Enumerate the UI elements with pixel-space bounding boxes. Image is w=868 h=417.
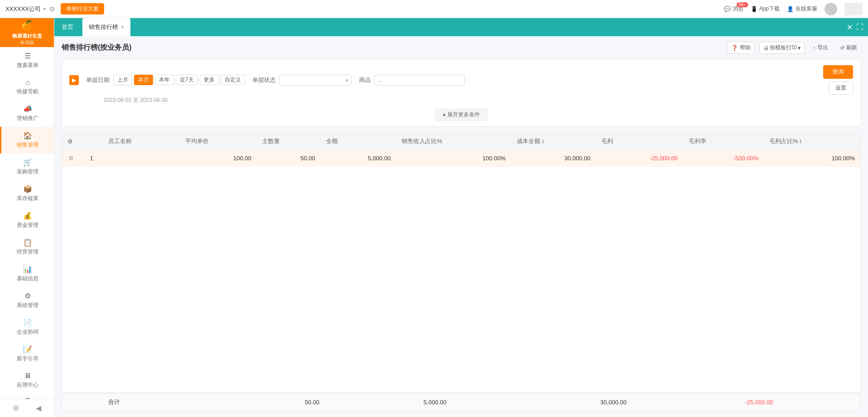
sidebar-icon-operation: 📋	[23, 238, 32, 247]
service-icon: 👤	[787, 6, 794, 12]
sidebar-label-operation: 经营管理	[17, 248, 38, 256]
sidebar-item-operation[interactable]: 📋经营管理	[0, 234, 54, 260]
this-month-btn[interactable]: 本月	[134, 75, 153, 85]
logo-area: 🍊 畅康通好生意 标准版	[0, 18, 54, 47]
row-settings[interactable]: ⚙	[62, 150, 80, 167]
footer-cost-amount: 30,000.00	[493, 393, 632, 411]
sidebar-item-guide[interactable]: 📝新手引导	[0, 340, 54, 367]
sidebar-item-search[interactable]: ☰搜索菜单	[0, 47, 54, 74]
date-range-text: 2023-06-01 至 2023-06-30	[104, 97, 168, 103]
sidebar-icon-basic: 📊	[23, 265, 32, 273]
print-button[interactable]: 🖨 按模板打印 ▾	[759, 42, 805, 54]
sidebar-label-marketing: 营销推广	[17, 115, 38, 122]
row-avg-price: 100.00	[180, 150, 257, 167]
sidebar-item-nav[interactable]: ⌂快捷导航	[0, 74, 54, 100]
sidebar-label-system: 系统管理	[17, 302, 38, 309]
tab-active-page[interactable]: 销售排行榜 ×	[82, 18, 130, 36]
export-button[interactable]: ↑ 导出	[809, 42, 832, 53]
col-sales-ratio: 销售收入占比%	[396, 133, 511, 150]
tab-close-window-icon[interactable]: ✕	[847, 23, 853, 32]
page-content: 销售排行榜(按业务员) ❓ 帮助 🖨 按模板打印 ▾ ↑ 导出	[54, 36, 868, 417]
goods-filter-label: 商品	[359, 76, 371, 84]
sidebar-label-finance: 资金管理	[17, 221, 38, 229]
footer-gross: -25,000.00	[632, 393, 779, 411]
sidebar-nav: ☰搜索菜单⌂快捷导航📣营销推广🏠销售管理🛒采购管理📦库存核算💰资金管理📋经营管理…	[0, 47, 54, 399]
tab-page-label: 销售排行榜	[89, 23, 118, 31]
status-select[interactable]	[279, 75, 352, 86]
custom-date-btn[interactable]: 自定义	[221, 75, 245, 85]
sidebar-icon-marketing: 📣	[23, 105, 32, 113]
filter-area: ▶ 单据日期 上月 本月 本年 近7天 更多 自定义	[62, 59, 861, 127]
tab-bar: 首页 销售排行榜 × ✕ ⛶	[54, 18, 868, 36]
col-gross-rate: 毛利率	[683, 133, 764, 150]
cost-info-icon[interactable]: ℹ	[542, 139, 544, 144]
refresh-button[interactable]: ↺ 刷新	[836, 42, 861, 53]
top-header: XXXXXX公司 ▾ ⚙ 体验行业方案 💬 消息 99+ 📱 App下载 👤 在…	[0, 0, 868, 18]
table-container: ⚙ 员工名称 平均单价 主数量 全额 销售收入占比% 成本全额 ℹ 毛	[62, 132, 861, 412]
col-rank	[80, 133, 103, 150]
last7days-btn[interactable]: 近7天	[176, 75, 198, 85]
refresh-icon: ↺	[840, 45, 844, 51]
sidebar-icon-collab: 📄	[23, 318, 32, 327]
message-btn[interactable]: 💬 消息 99+	[724, 5, 743, 13]
app-download-btn[interactable]: 📱 App下载	[751, 5, 780, 13]
page-title: 销售排行榜(按业务员)	[62, 43, 132, 53]
date-filter-label: 单据日期	[86, 76, 110, 84]
sidebar-collapse-icon[interactable]: ◀	[36, 404, 41, 412]
last-month-btn[interactable]: 上月	[113, 75, 132, 85]
help-button[interactable]: ❓ 帮助	[727, 42, 755, 54]
tab-home[interactable]: 首页	[54, 18, 81, 36]
sidebar-item-purchase[interactable]: 🛒采购管理	[0, 153, 54, 180]
tab-bar-right: ✕ ⛶	[847, 23, 868, 32]
sidebar-item-apps[interactable]: 🖥应用中心	[0, 367, 54, 393]
table-body: ⚙ 1 100.00 50.00 5,000.00 100.00% 30,000…	[62, 150, 860, 167]
sidebar-item-system[interactable]: ⚙系统管理	[0, 287, 54, 314]
company-selector[interactable]: XXXXXX公司 ▾	[5, 5, 46, 13]
sidebar-item-inventory[interactable]: 📦库存核算	[0, 180, 54, 207]
footer-table: 合计 50.00 5,000.00 30,000.00 -25,000.00	[62, 393, 860, 411]
online-service-btn[interactable]: 👤 在线客服	[787, 5, 817, 13]
export-icon: ↑	[813, 45, 815, 51]
tab-close-icon[interactable]: ×	[121, 24, 124, 30]
footer-settings-cell	[62, 393, 80, 411]
row-main-qty: 50.00	[257, 150, 321, 167]
sidebar-item-finance[interactable]: 💰资金管理	[0, 207, 54, 234]
company-settings-icon[interactable]: ⚙	[49, 5, 55, 13]
query-button[interactable]: 查询	[823, 65, 853, 79]
footer-label: 合计	[103, 393, 188, 411]
filter-toggle-icon[interactable]: ▶	[69, 75, 79, 85]
main-container: 🍊 畅康通好生意 标准版 ☰搜索菜单⌂快捷导航📣营销推广🏠销售管理🛒采购管理📦库…	[0, 18, 868, 417]
sidebar-settings-icon[interactable]: ⚙	[13, 404, 19, 412]
this-year-btn[interactable]: 本年	[155, 75, 174, 85]
sidebar-item-basic[interactable]: 📊基础信息	[0, 260, 54, 287]
logo-text: 畅康通好生意	[12, 33, 42, 39]
sidebar-icon-purchase: 🛒	[23, 158, 32, 167]
gross-ratio-info-icon[interactable]: ℹ	[800, 139, 801, 144]
filter-right-btns: 查询 设置	[823, 65, 853, 95]
row-amount: 5,000.00	[321, 150, 396, 167]
goods-input[interactable]	[374, 75, 465, 86]
date-filter: 单据日期 上月 本月 本年 近7天 更多 自定义	[86, 75, 245, 85]
sidebar-icon-apps: 🖥	[24, 372, 31, 380]
expand-more-btn[interactable]: ▾ 展开更多条件	[435, 109, 488, 121]
avatar[interactable]	[825, 3, 837, 15]
sidebar-icon-sales: 🏠	[23, 131, 32, 140]
filter-row-main: ▶ 单据日期 上月 本月 本年 近7天 更多 自定义	[69, 65, 853, 95]
sidebar-item-collab[interactable]: 📄企业协同	[0, 314, 54, 340]
trial-button[interactable]: 体验行业方案	[61, 3, 104, 14]
more-date-btn[interactable]: 更多	[200, 75, 219, 85]
setting-button[interactable]: 设置	[829, 81, 853, 95]
table-row: ⚙ 1 100.00 50.00 5,000.00 100.00% 30,000…	[62, 150, 860, 167]
tab-expand-icon[interactable]: ⛶	[856, 23, 863, 31]
sidebar-item-sales[interactable]: 🏠销售管理	[0, 127, 54, 153]
sidebar-bottom: ⚙ ◀	[0, 399, 54, 417]
sidebar-label-collab: 企业协同	[17, 328, 38, 336]
sidebar-item-wechat[interactable]: 💬企业微信	[0, 393, 54, 399]
message-icon: 💬	[724, 6, 731, 12]
col-settings[interactable]: ⚙	[62, 133, 80, 150]
sidebar-item-marketing[interactable]: 📣营销推广	[0, 100, 54, 127]
filter-expand-arrow[interactable]: ▶	[69, 75, 79, 85]
row-name	[103, 150, 180, 167]
company-chevron-icon: ▾	[43, 6, 46, 11]
logo-sub: 标准版	[20, 39, 34, 46]
